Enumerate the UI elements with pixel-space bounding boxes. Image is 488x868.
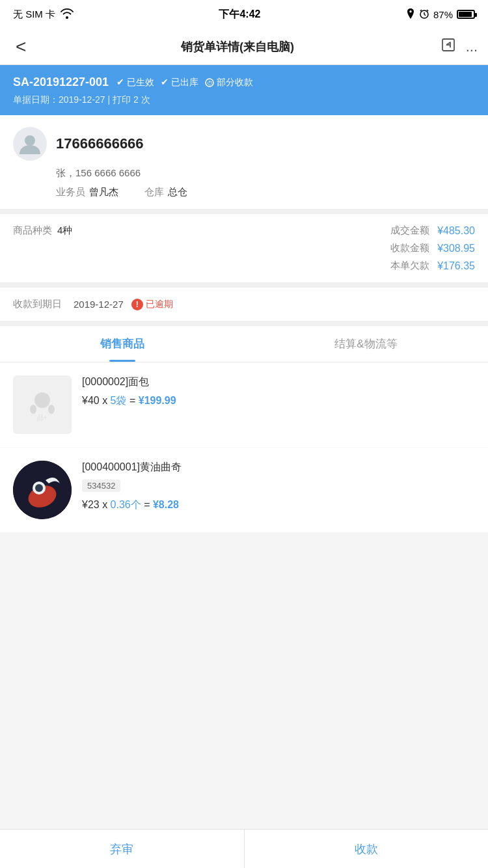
product-qty-1: 5袋 [111, 395, 127, 406]
tab-settlement[interactable]: 结算&物流等 [244, 326, 488, 362]
product-thumbnail-2 [13, 461, 72, 519]
customer-name-row: 17666666666 [13, 127, 475, 161]
avatar-icon [18, 132, 42, 156]
debt-label: 本单欠款 [390, 260, 429, 272]
product-name-2: [000400001]黄油曲奇 [82, 461, 475, 474]
location-icon [406, 8, 415, 21]
share-icon[interactable] [441, 38, 455, 56]
product-image-2 [13, 461, 72, 519]
due-date-label: 收款到期日 [13, 298, 62, 310]
warehouse-value: 总仓 [168, 186, 187, 198]
stats-right: 成交金额 ¥485.30 收款金额 ¥308.95 本单欠款 ¥176.35 [244, 224, 475, 272]
product-type-label: 商品种类 [13, 224, 52, 237]
status-bar: 无 SIM 卡 下午4:42 87% [0, 0, 488, 29]
badge-active: ✔ 已生效 [116, 77, 154, 88]
battery-icon [457, 10, 475, 19]
order-meta: 单据日期：2019-12-27 | 打印 2 次 [13, 94, 475, 106]
badge-partial-payment: ⏱ 部分收款 [205, 77, 253, 88]
overdue-text: 已逾期 [146, 299, 173, 310]
svg-point-9 [30, 405, 36, 414]
product-total-2: ¥8.28 [153, 499, 179, 510]
placeholder-icon: 品+ [20, 382, 65, 427]
status-left: 无 SIM 卡 [13, 8, 74, 21]
wifi-icon [61, 8, 74, 21]
order-id: SA-20191227-001 [13, 75, 109, 89]
warehouse-label: 仓库 [144, 186, 164, 198]
avatar [13, 127, 47, 161]
customer-phone: 17666666666 [56, 135, 144, 152]
customer-staff-row: 业务员 曾凡杰 仓库 总仓 [56, 186, 475, 198]
nav-bar: < 销货单详情(来自电脑) ... [0, 29, 488, 65]
stats-section: 商品种类 4种 成交金额 ¥485.30 收款金额 ¥308.95 本单欠款 ¥… [0, 214, 488, 288]
stats-left: 商品种类 4种 [13, 224, 244, 237]
list-item: [000400001]黄油曲奇 534532 ¥23 x 0.36个 = ¥8.… [0, 448, 488, 532]
product-total-1: ¥199.99 [139, 395, 176, 406]
no-sim-label: 无 SIM 卡 [13, 8, 55, 21]
tab-active-indicator [109, 360, 135, 362]
amount-row: 成交金额 ¥485.30 [390, 224, 475, 237]
debt-row: 本单欠款 ¥176.35 [390, 260, 475, 272]
debt-value: ¥176.35 [437, 260, 475, 272]
due-date-section: 收款到期日 2019-12-27 ! 已逾期 [0, 288, 488, 326]
order-badges: ✔ 已生效 ✔ 已出库 ⏱ 部分收款 [116, 77, 253, 88]
product-info-1: [0000002]面包 ¥40 x 5袋 = ¥199.99 [82, 375, 475, 408]
svg-text:品+: 品+ [37, 414, 47, 421]
products-section: 品+ [0000002]面包 ¥40 x 5袋 = ¥199.99 [00040… [0, 362, 488, 532]
overdue-dot-icon: ! [131, 299, 143, 310]
received-label: 收款金额 [390, 242, 429, 254]
svg-point-15 [35, 484, 43, 492]
svg-line-2 [424, 14, 426, 16]
tab-products[interactable]: 销售商品 [0, 326, 244, 362]
received-row: 收款金额 ¥308.95 [390, 242, 475, 254]
customer-real-name: 张，156 6666 6666 [56, 167, 475, 180]
badge-shipped: ✔ 已出库 [161, 77, 198, 88]
amount-label: 成交金额 [390, 224, 429, 237]
svg-text:⏱: ⏱ [206, 80, 212, 87]
product-info-2: [000400001]黄油曲奇 534532 ¥23 x 0.36个 = ¥8.… [82, 461, 475, 512]
product-qty-2: 0.36个 [111, 499, 141, 510]
alarm-icon [419, 8, 429, 21]
svg-point-10 [48, 405, 55, 414]
cancel-review-button[interactable]: 弃审 [0, 830, 245, 868]
list-item: 品+ [0000002]面包 ¥40 x 5袋 = ¥199.99 [0, 362, 488, 447]
status-time: 下午4:42 [219, 8, 260, 21]
status-right: 87% [406, 8, 475, 21]
product-image-1: 品+ [13, 375, 72, 434]
received-value: ¥308.95 [437, 243, 475, 254]
payment-button[interactable]: 收款 [245, 830, 489, 868]
staff-label: 业务员 [56, 186, 85, 198]
svg-point-7 [25, 135, 35, 146]
order-header-banner: SA-20191227-001 ✔ 已生效 ✔ 已出库 ⏱ 部分收款 单据日期：… [0, 65, 488, 115]
staff-value: 曾凡杰 [89, 186, 118, 198]
product-type-value: 4种 [57, 224, 72, 237]
nav-actions: ... [441, 38, 478, 56]
amount-value: ¥485.30 [437, 225, 475, 237]
tabs-section: 销售商品 结算&物流等 [0, 326, 488, 362]
bottom-bar: 弃审 收款 [0, 829, 488, 868]
product-type-row: 商品种类 4种 [13, 224, 244, 237]
overdue-badge: ! 已逾期 [131, 299, 173, 310]
product-batch-2: 534532 [82, 480, 120, 492]
product-price-1: ¥40 x 5袋 = ¥199.99 [82, 394, 475, 408]
due-date-value: 2019-12-27 [74, 299, 124, 310]
order-id-row: SA-20191227-001 ✔ 已生效 ✔ 已出库 ⏱ 部分收款 [13, 75, 475, 89]
more-icon[interactable]: ... [466, 38, 478, 55]
svg-point-8 [34, 392, 50, 408]
battery-percent: 87% [433, 9, 453, 20]
page-title: 销货单详情(来自电脑) [34, 39, 441, 55]
back-button[interactable]: < [10, 31, 31, 62]
customer-section: 17666666666 张，156 6666 6666 业务员 曾凡杰 仓库 总… [0, 115, 488, 214]
product-name-1: [0000002]面包 [82, 375, 475, 389]
product-price-2: ¥23 x 0.36个 = ¥8.28 [82, 498, 475, 512]
